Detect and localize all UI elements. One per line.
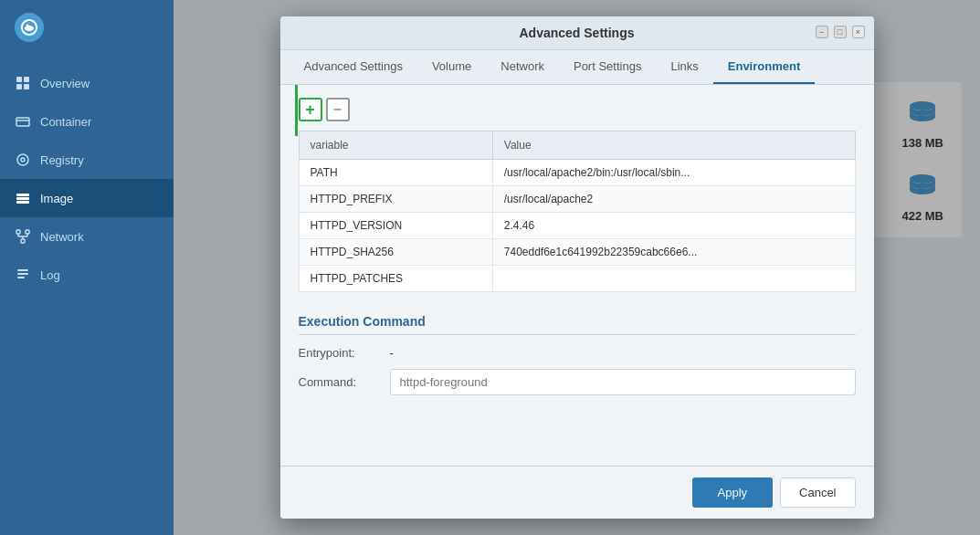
svg-rect-13: [16, 230, 20, 234]
col-variable: variable: [299, 131, 492, 160]
env-table: variable Value PATH /usr/local/apache2/b…: [299, 131, 856, 292]
table-row: HTTPD_SHA256 740eddf6e1c641992b22359cabc…: [299, 239, 855, 266]
entrypoint-row: Entrypoint: -: [299, 346, 856, 360]
execution-command-title: Execution Command: [299, 314, 856, 335]
container-icon: [15, 113, 31, 130]
maximize-button[interactable]: □: [834, 26, 847, 38]
modal-header: Advanced Settings − □ ×: [280, 16, 874, 50]
entrypoint-label: Entrypoint:: [299, 346, 390, 360]
sidebar-item-log-label: Log: [40, 268, 60, 282]
env-val-version: 2.4.46: [492, 213, 855, 239]
svg-rect-6: [16, 118, 29, 126]
minimize-button[interactable]: −: [816, 26, 828, 38]
env-val-sha256: 740eddf6e1c641992b22359cabc66e6...: [492, 239, 855, 266]
sidebar-item-registry[interactable]: Registry: [0, 141, 174, 179]
command-label: Command:: [299, 375, 390, 389]
svg-point-1: [26, 25, 29, 27]
sidebar-nav: Overview Container Regis: [0, 55, 174, 535]
app-container: Overview Container Regis: [0, 0, 980, 535]
log-icon: [15, 267, 31, 283]
close-button[interactable]: ×: [852, 26, 865, 38]
sidebar-item-network-label: Network: [40, 230, 84, 244]
svg-rect-15: [21, 239, 25, 243]
svg-rect-4: [16, 84, 22, 89]
execution-command-section: Execution Command Entrypoint: - Command:: [299, 314, 856, 395]
arrow-annotation: [291, 85, 302, 136]
command-row: Command:: [299, 369, 856, 395]
advanced-settings-modal: Advanced Settings − □ × Advanced Setting…: [280, 16, 874, 519]
svg-rect-2: [16, 77, 22, 82]
modal-body: + − variable: [280, 85, 874, 466]
tab-bar: Advanced Settings Volume Network Port Se…: [280, 50, 874, 85]
table-row: HTTPD_VERSION 2.4.46: [299, 213, 855, 239]
registry-icon: [15, 152, 31, 168]
env-val-patches: [492, 266, 855, 292]
network-icon: [15, 228, 31, 245]
env-val-path: /usr/local/apache2/bin:/usr/local/sbin..…: [492, 160, 855, 186]
sidebar-item-registry-label: Registry: [40, 153, 84, 167]
cancel-button[interactable]: Cancel: [780, 477, 855, 508]
sidebar-item-image[interactable]: Image: [0, 179, 174, 217]
arrow-line: [295, 85, 298, 136]
tab-network[interactable]: Network: [486, 50, 559, 84]
apply-button[interactable]: Apply: [692, 477, 774, 508]
svg-rect-3: [24, 77, 29, 82]
modal-controls: − □ ×: [816, 26, 865, 38]
env-toolbar: + −: [299, 98, 856, 121]
svg-rect-14: [26, 230, 29, 234]
env-var-prefix: HTTPD_PREFIX: [299, 186, 492, 213]
sidebar-item-container-label: Container: [40, 115, 91, 129]
sidebar-item-log[interactable]: Log: [0, 256, 174, 294]
svg-rect-21: [17, 273, 28, 275]
tab-links[interactable]: Links: [656, 50, 712, 84]
table-row: HTTPD_PREFIX /usr/local/apache2: [299, 186, 855, 213]
overview-icon: [15, 75, 31, 91]
sidebar-item-container[interactable]: Container: [0, 102, 174, 141]
svg-rect-22: [17, 277, 25, 278]
env-var-sha256: HTTPD_SHA256: [299, 239, 492, 266]
svg-rect-12: [16, 201, 29, 204]
sidebar-item-image-label: Image: [40, 192, 73, 205]
whale-icon: [15, 13, 44, 42]
svg-point-9: [21, 158, 25, 162]
modal-overlay: Advanced Settings − □ × Advanced Setting…: [174, 0, 980, 535]
image-icon: [15, 190, 31, 206]
modal-footer: Apply Cancel: [280, 466, 874, 519]
table-row: HTTPD_PATCHES: [299, 266, 855, 292]
sidebar: Overview Container Regis: [0, 0, 174, 535]
col-value: Value: [492, 131, 855, 160]
sidebar-item-overview-label: Overview: [40, 77, 90, 90]
env-var-patches: HTTPD_PATCHES: [299, 266, 492, 292]
env-var-path: PATH: [299, 160, 492, 186]
tab-advanced-settings[interactable]: Advanced Settings: [290, 50, 417, 84]
tab-port-settings[interactable]: Port Settings: [559, 50, 656, 84]
main-content: 138 MB 422 MB Advanced Settings: [174, 0, 980, 535]
modal-title: Advanced Settings: [295, 26, 859, 40]
svg-rect-11: [16, 197, 29, 200]
env-var-version: HTTPD_VERSION: [299, 213, 492, 239]
env-val-prefix: /usr/local/apache2: [492, 186, 855, 213]
svg-point-0: [25, 26, 34, 31]
svg-rect-10: [16, 194, 29, 196]
sidebar-logo: [0, 0, 174, 55]
svg-rect-20: [17, 269, 28, 271]
svg-point-8: [17, 154, 28, 165]
tab-volume[interactable]: Volume: [417, 50, 486, 84]
command-input[interactable]: [390, 369, 856, 395]
sidebar-item-overview[interactable]: Overview: [0, 64, 174, 102]
table-row: PATH /usr/local/apache2/bin:/usr/local/s…: [299, 160, 855, 186]
entrypoint-value: -: [390, 346, 394, 360]
remove-env-button[interactable]: −: [326, 98, 350, 121]
svg-rect-5: [24, 84, 29, 89]
sidebar-item-network[interactable]: Network: [0, 217, 174, 256]
tab-environment[interactable]: Environment: [713, 50, 815, 84]
